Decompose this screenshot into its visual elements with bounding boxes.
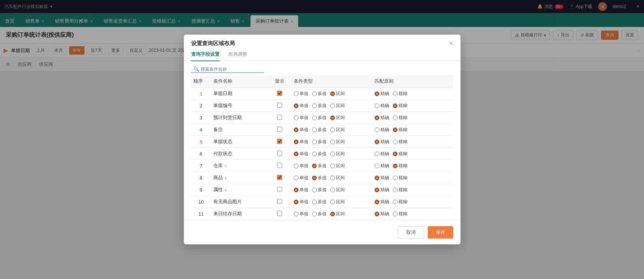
cell-match: 精确模糊 (372, 124, 453, 136)
match-option-exact[interactable]: 精确 (375, 199, 389, 205)
type-option-range[interactable]: 区间 (330, 163, 345, 169)
type-option-multi[interactable]: 多值 (312, 163, 327, 169)
cell-match: 精确模糊 (372, 196, 453, 208)
table-row: 2单据编号单值多值区间精确模糊 (191, 100, 453, 112)
cell-name: 单据日期 (211, 88, 268, 100)
match-option-fuzzy[interactable]: 模糊 (393, 91, 407, 97)
match-option-exact[interactable]: 精确 (375, 175, 389, 181)
modal-close-button[interactable]: × (449, 40, 453, 47)
match-option-fuzzy[interactable]: 模糊 (393, 127, 407, 133)
show-checkbox[interactable] (277, 211, 282, 216)
modal-backdrop: 设置查询区域布局 × 查询字段设置 布局调整 🔍 顺序 条件名称 显示 (0, 0, 644, 279)
type-option-range[interactable]: 区间 (330, 187, 345, 193)
cell-show (268, 160, 292, 172)
save-button[interactable]: 保存 (428, 226, 453, 239)
cell-type: 单值多值区间 (292, 88, 372, 100)
show-checkbox[interactable] (277, 103, 282, 108)
type-option-single[interactable]: 单值 (294, 151, 308, 157)
match-option-exact[interactable]: 精确 (375, 103, 389, 109)
search-box: 🔍 (191, 66, 264, 73)
type-option-single[interactable]: 单值 (294, 103, 308, 109)
type-option-range[interactable]: 区间 (330, 151, 345, 157)
table-row: 1单据日期单值多值区间精确模糊 (191, 88, 453, 100)
match-option-exact[interactable]: 精确 (375, 211, 389, 217)
cell-show (268, 172, 292, 184)
type-option-multi[interactable]: 多值 (312, 91, 327, 97)
type-option-range[interactable]: 区间 (330, 91, 345, 97)
type-option-single[interactable]: 单值 (294, 187, 308, 193)
type-option-multi[interactable]: 多值 (312, 187, 327, 193)
match-option-fuzzy[interactable]: 模糊 (393, 187, 407, 193)
type-option-range[interactable]: 区间 (330, 199, 345, 205)
type-option-multi[interactable]: 多值 (312, 199, 327, 205)
cell-show (268, 88, 292, 100)
type-option-multi[interactable]: 多值 (312, 175, 327, 181)
cell-show (268, 112, 292, 124)
match-option-exact[interactable]: 精确 (375, 151, 389, 157)
show-checkbox[interactable] (277, 199, 282, 204)
cell-order: 6 (191, 148, 211, 160)
cell-show (268, 124, 292, 136)
match-option-exact[interactable]: 精确 (375, 163, 389, 169)
cell-name: 付款状态 (211, 148, 268, 160)
tab-query-fields[interactable]: 查询字段设置 (191, 51, 220, 61)
match-option-fuzzy[interactable]: 模糊 (393, 139, 407, 145)
cell-type: 单值多值区间 (292, 184, 372, 196)
type-option-single[interactable]: 单值 (294, 91, 308, 97)
type-option-multi[interactable]: 多值 (312, 139, 327, 145)
table-row: 8商品 ∨单值多值区间精确模糊 (191, 172, 453, 184)
type-option-multi[interactable]: 多值 (312, 211, 327, 217)
cell-show (268, 184, 292, 196)
match-option-fuzzy[interactable]: 模糊 (393, 163, 407, 169)
type-option-range[interactable]: 区间 (330, 115, 345, 121)
match-option-fuzzy[interactable]: 模糊 (393, 103, 407, 109)
match-option-exact[interactable]: 精确 (375, 127, 389, 133)
type-option-multi[interactable]: 多值 (312, 115, 327, 121)
show-checkbox[interactable] (277, 127, 282, 132)
type-option-multi[interactable]: 多值 (312, 103, 327, 109)
type-option-range[interactable]: 区间 (330, 139, 345, 145)
type-option-single[interactable]: 单值 (294, 175, 308, 181)
type-option-single[interactable]: 单值 (294, 139, 308, 145)
type-option-single[interactable]: 单值 (294, 163, 308, 169)
show-checkbox[interactable] (277, 139, 282, 144)
show-checkbox[interactable] (277, 91, 282, 96)
cell-name: 有无商品图片 (211, 196, 268, 208)
type-option-range[interactable]: 区间 (330, 103, 345, 109)
tab-layout[interactable]: 布局调整 (228, 51, 247, 61)
match-option-fuzzy[interactable]: 模糊 (393, 199, 407, 205)
match-option-exact[interactable]: 精确 (375, 139, 389, 145)
modal-dialog: 设置查询区域布局 × 查询字段设置 布局调整 🔍 顺序 条件名称 显示 (184, 35, 461, 244)
type-option-range[interactable]: 区间 (330, 175, 345, 181)
match-option-exact[interactable]: 精确 (375, 91, 389, 97)
show-checkbox[interactable] (277, 187, 282, 192)
modal-table: 顺序 条件名称 显示 条件类型 匹配原则 1单据日期单值多值区间精确模糊2单据编… (184, 75, 461, 220)
show-checkbox[interactable] (277, 115, 282, 120)
conditions-table: 顺序 条件名称 显示 条件类型 匹配原则 1单据日期单值多值区间精确模糊2单据编… (191, 75, 453, 220)
cell-type: 单值多值区间 (292, 112, 372, 124)
cell-order: 4 (191, 124, 211, 136)
show-checkbox[interactable] (277, 175, 282, 180)
type-option-range[interactable]: 区间 (330, 127, 345, 133)
type-option-multi[interactable]: 多值 (312, 127, 327, 133)
show-checkbox[interactable] (277, 151, 282, 156)
type-option-multi[interactable]: 多值 (312, 151, 327, 157)
table-row: 5单据状态单值多值区间精确模糊 (191, 136, 453, 148)
type-option-single[interactable]: 单值 (294, 115, 308, 121)
type-option-single[interactable]: 单值 (294, 199, 308, 205)
match-option-fuzzy[interactable]: 模糊 (393, 175, 407, 181)
type-option-single[interactable]: 单值 (294, 211, 308, 217)
cancel-button[interactable]: 取消 (398, 226, 424, 239)
match-option-fuzzy[interactable]: 模糊 (393, 211, 407, 217)
cell-match: 精确模糊 (372, 208, 453, 220)
table-header-row: 顺序 条件名称 显示 条件类型 匹配原则 (191, 75, 453, 88)
match-option-fuzzy[interactable]: 模糊 (393, 115, 407, 121)
search-input[interactable] (201, 67, 259, 72)
type-option-single[interactable]: 单值 (294, 127, 308, 133)
show-checkbox[interactable] (277, 163, 282, 168)
match-option-exact[interactable]: 精确 (375, 187, 389, 193)
type-option-range[interactable]: 区间 (330, 211, 345, 217)
cell-match: 精确模糊 (372, 172, 453, 184)
match-option-fuzzy[interactable]: 模糊 (393, 151, 407, 157)
match-option-exact[interactable]: 精确 (375, 115, 389, 121)
